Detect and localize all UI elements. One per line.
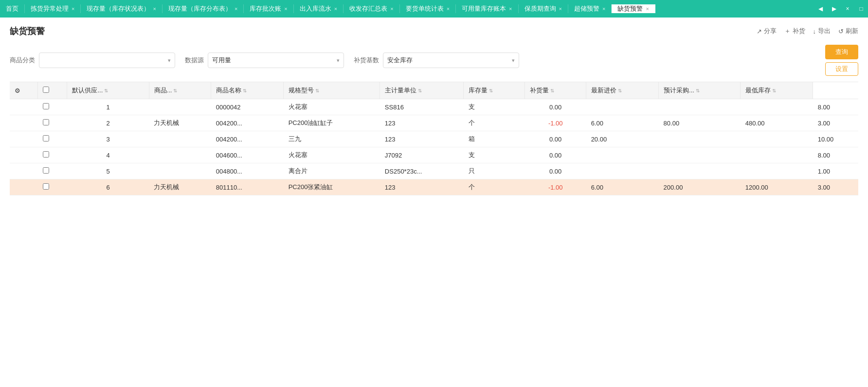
cell-code: 004800... — [211, 163, 284, 179]
export-btn[interactable]: ↓ 导出 — [813, 27, 831, 35]
tab-close-2[interactable]: × — [153, 6, 156, 12]
table-row: 6力天机械801110...PC200张紧油缸123个-1.006.00200.… — [10, 179, 858, 195]
tab-item-4[interactable]: 库存批次账× — [244, 4, 293, 13]
row-checkbox[interactable] — [43, 103, 49, 109]
cell-checkbox[interactable] — [38, 179, 67, 195]
tab-close-5[interactable]: × — [334, 6, 337, 12]
datasource-select[interactable]: 可用量 ▾ — [208, 53, 344, 68]
export-icon: ↓ — [813, 28, 816, 35]
cell-spec: 123 — [380, 131, 464, 147]
gear-settings-icon[interactable]: ⚙ — [15, 87, 20, 94]
cell-unit: 支 — [464, 99, 525, 115]
sort-icon-unit: ⇅ — [418, 88, 422, 93]
col-sort-replenish[interactable]: 补货量 ⇅ — [530, 86, 554, 95]
col-sort-spec[interactable]: 规格型号 ⇅ — [289, 86, 319, 95]
select-all-checkbox[interactable] — [43, 87, 49, 93]
tab-prev-btn[interactable]: ◀ — [814, 0, 827, 18]
cell-supplier — [149, 131, 211, 147]
col-sort-supplier[interactable]: 默认供应... ⇅ — [72, 86, 108, 95]
tab-next-btn[interactable]: ▶ — [827, 0, 841, 18]
settings-button[interactable]: 设置 — [825, 62, 858, 76]
col-header-name[interactable]: 商品名称 ⇅ — [211, 82, 284, 99]
tab-item-10[interactable]: 超储预警× — [568, 4, 612, 13]
tab-close-3[interactable]: × — [235, 6, 237, 12]
category-label: 商品分类 — [10, 56, 35, 65]
cell-spec: J7092 — [380, 147, 464, 163]
cell-supplier — [149, 163, 211, 179]
cell-checkbox[interactable] — [38, 115, 67, 131]
cell-checkbox[interactable] — [38, 163, 67, 179]
tab-close-4[interactable]: × — [284, 6, 287, 12]
tab-item-5[interactable]: 出入库流水× — [294, 4, 344, 13]
col-sort-code[interactable]: 商品... ⇅ — [154, 86, 178, 95]
row-checkbox[interactable] — [43, 167, 49, 174]
tab-close-7[interactable]: × — [447, 6, 450, 12]
cell-est_purchase — [741, 99, 813, 115]
col-header-min_stock[interactable]: 最低库存 ⇅ — [741, 82, 813, 99]
tab-close-10[interactable]: × — [602, 6, 605, 12]
cell-est_purchase — [741, 147, 813, 163]
col-sort-est_purchase[interactable]: 预计采购... ⇅ — [664, 86, 700, 95]
replenish-btn[interactable]: ＋ 补货 — [784, 27, 805, 35]
col-header-spec[interactable]: 规格型号 ⇅ — [284, 82, 380, 99]
col-sort-stock[interactable]: 库存量 ⇅ — [469, 86, 493, 95]
cell-checkbox[interactable] — [38, 131, 67, 147]
col-sort-min_stock[interactable]: 最低库存 ⇅ — [745, 86, 776, 95]
col-header-replenish[interactable]: 补货量 ⇅ — [525, 82, 586, 99]
tab-item-8[interactable]: 可用量库存账本× — [456, 4, 518, 13]
cell-gear — [10, 147, 38, 163]
cell-gear — [10, 115, 38, 131]
cell-min_stock: 8.00 — [813, 147, 858, 163]
cell-rownum: 6 — [67, 179, 149, 195]
cell-rownum: 2 — [67, 115, 149, 131]
tab-close-6[interactable]: × — [390, 6, 393, 12]
tab-item-0[interactable]: 首页 — [0, 4, 25, 13]
cell-stock: 0.00 — [525, 131, 586, 147]
category-filter-group: 商品分类 ▾ — [10, 53, 175, 68]
cell-checkbox[interactable] — [38, 147, 67, 163]
row-checkbox[interactable] — [43, 119, 49, 125]
sort-icon-stock: ⇅ — [489, 88, 493, 93]
sort-icon-min_stock: ⇅ — [772, 88, 776, 93]
tab-item-1[interactable]: 拣货异常处理× — [25, 4, 81, 13]
row-checkbox[interactable] — [43, 151, 49, 158]
cell-latest_price — [659, 99, 741, 115]
maximize-btn[interactable]: □ — [854, 0, 868, 18]
tab-close-9[interactable]: × — [559, 6, 562, 12]
col-header-est_purchase[interactable]: 预计采购... ⇅ — [659, 82, 741, 99]
tab-item-11[interactable]: 缺货预警× — [612, 4, 655, 13]
page-title: 缺货预警 — [10, 25, 45, 37]
table-row: 4004600...火花塞J7092支0.008.00 — [10, 147, 858, 163]
cell-checkbox[interactable] — [38, 99, 67, 115]
col-header-unit[interactable]: 主计量单位 ⇅ — [380, 82, 464, 99]
tab-close-8[interactable]: × — [509, 6, 512, 12]
col-sort-unit[interactable]: 主计量单位 ⇅ — [385, 86, 422, 95]
row-checkbox[interactable] — [43, 135, 49, 141]
close-window-btn[interactable]: × — [841, 0, 854, 18]
replenish-select[interactable]: 安全库存 ▾ — [383, 53, 519, 68]
tab-item-3[interactable]: 现存量（库存分布表）× — [163, 4, 244, 13]
query-button[interactable]: 查询 — [825, 45, 858, 59]
tab-close-1[interactable]: × — [72, 6, 74, 12]
tab-close-11[interactable]: × — [646, 6, 649, 12]
cell-replenish — [586, 147, 659, 163]
category-select[interactable]: ▾ — [39, 53, 175, 68]
table-row: 3004200...三九123箱0.0020.0010.00 — [10, 131, 858, 147]
tab-item-7[interactable]: 要货单统计表× — [400, 4, 456, 13]
cell-rownum: 3 — [67, 131, 149, 147]
col-header-stock[interactable]: 库存量 ⇅ — [464, 82, 525, 99]
tab-item-2[interactable]: 现存量（库存状况表）× — [81, 4, 162, 13]
cell-stock: 0.00 — [525, 147, 586, 163]
col-header-latest_price[interactable]: 最新进价 ⇅ — [586, 82, 659, 99]
row-checkbox[interactable] — [43, 183, 49, 190]
tab-item-6[interactable]: 收发存汇总表× — [344, 4, 399, 13]
tab-item-9[interactable]: 保质期查询× — [519, 4, 568, 13]
share-btn[interactable]: ↗ 分享 — [757, 27, 777, 35]
col-sort-name[interactable]: 商品名称 ⇅ — [216, 86, 247, 95]
cell-stock: 0.00 — [525, 163, 586, 179]
col-header-supplier[interactable]: 默认供应... ⇅ — [67, 82, 149, 99]
col-header-code[interactable]: 商品... ⇅ — [149, 82, 211, 99]
main-content: 缺货预警 ↗ 分享 ＋ 补货 ↓ 导出 ↺ 刷新 商品分类 — [0, 18, 868, 387]
refresh-btn[interactable]: ↺ 刷新 — [838, 27, 858, 35]
col-sort-latest_price[interactable]: 最新进价 ⇅ — [591, 86, 622, 95]
